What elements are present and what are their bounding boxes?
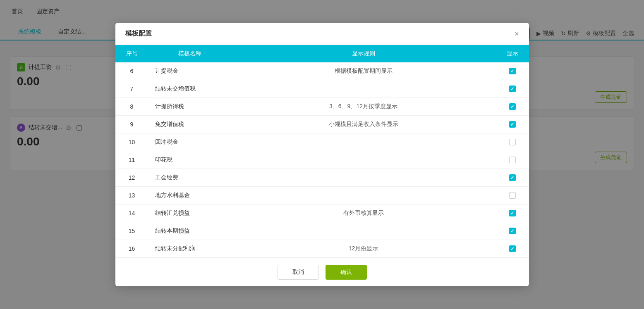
cell-name: 计提所得税	[148, 98, 231, 116]
cell-rule: 根据模板配置期间显示	[231, 62, 496, 80]
cell-name: 结转未交增值税	[148, 80, 231, 98]
display-checkbox-15[interactable]	[509, 228, 516, 234]
display-checkbox-12[interactable]	[509, 174, 516, 181]
modal-close-button[interactable]: ×	[515, 30, 519, 38]
cell-name: 工会经费	[148, 169, 231, 187]
cell-seq: 14	[115, 204, 148, 222]
config-table: 序号 模板名称 显示规则 显示 6计提税金根据模板配置期间显示7结转未交增值税8…	[115, 45, 529, 258]
cell-seq: 13	[115, 187, 148, 204]
cell-display[interactable]	[496, 240, 529, 258]
cell-display[interactable]	[496, 169, 529, 187]
modal-header: 模板配置 ×	[115, 23, 529, 45]
display-checkbox-10[interactable]	[509, 139, 516, 145]
display-checkbox-13[interactable]	[509, 192, 516, 199]
modal-body: 序号 模板名称 显示规则 显示 6计提税金根据模板配置期间显示7结转未交增值税8…	[115, 45, 529, 258]
cell-name: 地方水利基金	[148, 187, 231, 204]
cell-rule: 有外币核算显示	[231, 204, 496, 222]
cell-display[interactable]	[496, 116, 529, 133]
display-checkbox-7[interactable]	[509, 86, 516, 92]
cell-display[interactable]	[496, 62, 529, 80]
cell-rule: 12月份显示	[231, 240, 496, 258]
cell-rule	[231, 169, 496, 187]
cell-name: 结转本期损益	[148, 222, 231, 240]
cell-rule	[231, 133, 496, 151]
cell-display[interactable]	[496, 80, 529, 98]
table-header-row: 序号 模板名称 显示规则 显示	[115, 45, 529, 62]
cell-name: 免交增值税	[148, 116, 231, 133]
cell-rule	[231, 222, 496, 240]
cell-seq: 12	[115, 169, 148, 187]
col-name: 模板名称	[148, 45, 231, 62]
table-row: 7结转未交增值税	[115, 80, 529, 98]
display-checkbox-11[interactable]	[509, 157, 516, 163]
table-row: 6计提税金根据模板配置期间显示	[115, 62, 529, 80]
modal-overlay: 模板配置 × 序号 模板名称 显示规则 显示 6计提税金根据模板配置期间显示7结…	[0, 0, 644, 309]
table-row: 11印花税	[115, 151, 529, 169]
col-rule: 显示规则	[231, 45, 496, 62]
cell-seq: 10	[115, 133, 148, 151]
table-row: 10回冲税金	[115, 133, 529, 151]
cell-display[interactable]	[496, 151, 529, 169]
display-checkbox-16[interactable]	[509, 245, 516, 252]
cell-rule	[231, 187, 496, 204]
col-seq: 序号	[115, 45, 148, 62]
modal-footer: 取消 确认	[115, 258, 529, 286]
cell-display[interactable]	[496, 204, 529, 222]
modal-title: 模板配置	[125, 29, 152, 38]
table-row: 15结转本期损益	[115, 222, 529, 240]
display-checkbox-6[interactable]	[509, 68, 516, 74]
cell-seq: 11	[115, 151, 148, 169]
cell-display[interactable]	[496, 187, 529, 204]
col-display: 显示	[496, 45, 529, 62]
cell-display[interactable]	[496, 98, 529, 116]
cell-name: 印花税	[148, 151, 231, 169]
cell-rule: 3、6、9、12月按季度显示	[231, 98, 496, 116]
cell-display[interactable]	[496, 133, 529, 151]
cell-name: 结转汇兑损益	[148, 204, 231, 222]
table-row: 14结转汇兑损益有外币核算显示	[115, 204, 529, 222]
cell-seq: 9	[115, 116, 148, 133]
cell-name: 计提税金	[148, 62, 231, 80]
confirm-button[interactable]: 确认	[326, 265, 367, 280]
table-row: 12工会经费	[115, 169, 529, 187]
display-checkbox-9[interactable]	[509, 121, 516, 128]
cell-seq: 16	[115, 240, 148, 258]
display-checkbox-14[interactable]	[509, 210, 516, 216]
cell-display[interactable]	[496, 222, 529, 240]
table-row: 13地方水利基金	[115, 187, 529, 204]
cell-name: 结转未分配利润	[148, 240, 231, 258]
cell-seq: 6	[115, 62, 148, 80]
table-row: 9免交增值税小规模且满足收入条件显示	[115, 116, 529, 133]
cell-seq: 7	[115, 80, 148, 98]
cell-rule: 小规模且满足收入条件显示	[231, 116, 496, 133]
modal-template-config: 模板配置 × 序号 模板名称 显示规则 显示 6计提税金根据模板配置期间显示7结…	[115, 23, 529, 286]
cell-seq: 8	[115, 98, 148, 116]
cell-rule	[231, 151, 496, 169]
display-checkbox-8[interactable]	[509, 103, 516, 110]
table-row: 8计提所得税3、6、9、12月按季度显示	[115, 98, 529, 116]
cell-seq: 15	[115, 222, 148, 240]
table-row: 16结转未分配利润12月份显示	[115, 240, 529, 258]
cell-rule	[231, 80, 496, 98]
cell-name: 回冲税金	[148, 133, 231, 151]
cancel-button[interactable]: 取消	[278, 265, 319, 280]
